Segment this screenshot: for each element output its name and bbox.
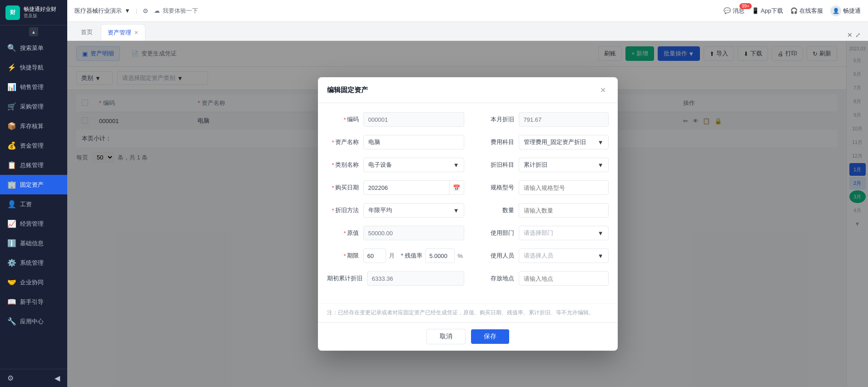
salary-icon: 👤 <box>7 200 15 208</box>
acc-dep-input[interactable] <box>367 271 464 286</box>
sidebar-item-label: 企业协同 <box>20 278 44 287</box>
form-row-location: 存放地点 <box>482 271 609 286</box>
category-select[interactable]: 电子设备 ▼ <box>363 158 464 172</box>
main-content: 医疗器械行业演示 ▼ | ⚙ ☁ 我要体验一下 💬 消息 99+ 📱 App下载… <box>67 0 868 387</box>
sidebar-item-collab[interactable]: 🤝 企业协同 <box>0 273 67 292</box>
app-logo: 财 畅捷通好业财 普及版 <box>0 0 67 25</box>
dep-method-value: 年限平均 <box>368 206 392 214</box>
search-icon: 🔍 <box>7 44 15 52</box>
modal-header: 编辑固定资产 ✕ <box>318 77 618 103</box>
experience-label: 我要体验一下 <box>163 7 198 15</box>
app-download-btn[interactable]: 📱 App下载 <box>752 7 783 15</box>
sidebar-item-label: 资金管理 <box>20 142 44 150</box>
sales-icon: 📊 <box>7 83 15 91</box>
code-input[interactable] <box>363 112 464 127</box>
period-group: 月 * 残值率 % <box>363 248 464 263</box>
calendar-icon[interactable]: 📅 <box>449 180 464 195</box>
sidebar-item-system[interactable]: ⚙️ 系统管理 <box>0 253 67 273</box>
tab-expand-icon[interactable]: ⤢ <box>855 31 861 39</box>
monthly-dep-input[interactable] <box>519 112 609 127</box>
settings-gear-icon[interactable]: ⚙ <box>143 7 149 15</box>
sidebar-item-search[interactable]: 🔍 搜索菜单 <box>0 38 67 58</box>
modal-close-btn[interactable]: ✕ <box>598 84 609 95</box>
sidebar-item-fixed-assets[interactable]: 🏢 固定资产 <box>0 175 67 194</box>
dep-account-label: 折旧科目 <box>482 161 514 169</box>
sidebar-item-label: 快捷导航 <box>20 64 44 72</box>
sidebar-item-newbie[interactable]: 📖 新手引导 <box>0 292 67 312</box>
message-btn[interactable]: 💬 消息 99+ <box>724 7 744 15</box>
tab-close-icon[interactable]: ✕ <box>134 30 139 36</box>
fixed-assets-icon: 🏢 <box>7 180 15 189</box>
sidebar-scroll-up[interactable]: ▲ <box>29 27 38 36</box>
tab-close-window-icon[interactable]: ✕ <box>847 31 853 39</box>
quicknav-icon: ⚡ <box>7 63 15 72</box>
ledger-icon: 📋 <box>7 161 15 169</box>
form-row-dep-method: * 折旧方法 年限平均 ▼ <box>327 203 464 218</box>
sidebar-item-purchase[interactable]: 🛒 采购管理 <box>0 97 67 116</box>
department-placeholder: 请选择部门 <box>524 229 553 237</box>
residual-rate-input[interactable] <box>425 248 455 263</box>
sidebar-item-sales[interactable]: 📊 销售管理 <box>0 77 67 97</box>
name-label: * 资产名称 <box>327 138 359 146</box>
topbar: 医疗器械行业演示 ▼ | ⚙ ☁ 我要体验一下 💬 消息 99+ 📱 App下载… <box>67 0 868 22</box>
app-download-label: App下载 <box>761 7 783 15</box>
tab-asset-management[interactable]: 资产管理 ✕ <box>101 24 145 40</box>
purchase-date-input[interactable] <box>364 181 449 194</box>
form-grid: * 编码 * 资产名称 <box>327 112 609 294</box>
save-button[interactable]: 保存 <box>471 329 509 344</box>
form-row-period: * 期限 月 * 残值率 % <box>327 248 464 263</box>
dep-method-select[interactable]: 年限平均 ▼ <box>363 203 464 218</box>
purchase-date-input-wrap: 📅 <box>363 180 464 195</box>
department-select[interactable]: 请选择部门 ▼ <box>519 226 609 240</box>
spec-label: 规格型号 <box>482 184 514 192</box>
sidebar-item-label: 总账管理 <box>20 161 44 169</box>
location-input[interactable] <box>519 271 609 286</box>
form-row-quantity: 数量 <box>482 203 609 218</box>
sidebar-item-label: 工资 <box>20 200 32 208</box>
expense-account-value: 管理费用_固定资产折旧 <box>524 138 586 146</box>
message-icon: 💬 <box>724 7 731 14</box>
quantity-input[interactable] <box>519 203 609 218</box>
company-selector[interactable]: 医疗器械行业演示 ▼ <box>74 7 130 15</box>
modal-footer: 取消 保存 <box>318 322 618 351</box>
sidebar-item-label: 库存核算 <box>20 122 44 130</box>
dep-account-select[interactable]: 累计折旧 ▼ <box>519 158 609 172</box>
tab-asset-label: 资产管理 <box>108 29 131 37</box>
sidebar-item-operation[interactable]: 📈 经营管理 <box>0 214 67 233</box>
sidebar-item-label: 应用中心 <box>20 318 44 326</box>
sidebar-item-ledger[interactable]: 📋 总账管理 <box>0 155 67 175</box>
basic-info-icon: ℹ️ <box>7 239 15 248</box>
user-btn[interactable]: 👤 畅捷通 <box>830 5 861 16</box>
topbar-separator: | <box>136 8 137 14</box>
period-input[interactable] <box>363 248 386 263</box>
tab-home[interactable]: 首页 <box>74 24 99 40</box>
purchase-date-label: * 购买日期 <box>327 184 359 192</box>
form-row-name: * 资产名称 <box>327 135 464 149</box>
name-input[interactable] <box>363 135 464 149</box>
tab-bar: 首页 资产管理 ✕ ✕ ⤢ <box>67 22 868 41</box>
sidebar-item-basic-info[interactable]: ℹ️ 基础信息 <box>0 233 67 253</box>
settings-icon[interactable]: ⚙ <box>7 374 14 382</box>
purchase-icon: 🛒 <box>7 102 15 111</box>
expense-account-label: 费用科目 <box>482 138 514 146</box>
phone-icon: 📱 <box>752 7 759 14</box>
sidebar-item-appcenter[interactable]: 🔧 应用中心 <box>0 312 67 331</box>
category-chevron-icon: ▼ <box>453 162 459 169</box>
period-label: * 期限 <box>327 252 359 260</box>
online-service-btn[interactable]: 🎧 在线客服 <box>790 7 823 15</box>
user-avatar-icon: 👤 <box>830 5 841 16</box>
form-row-monthly-dep: 本月折旧 <box>482 112 609 127</box>
experience-btn[interactable]: ☁ 我要体验一下 <box>154 7 198 15</box>
quantity-label: 数量 <box>482 206 514 214</box>
expense-account-select[interactable]: 管理费用_固定资产折旧 ▼ <box>519 135 609 149</box>
spec-input[interactable] <box>519 180 609 195</box>
original-value-input[interactable] <box>363 226 464 240</box>
collapse-icon[interactable]: ◀ <box>55 374 60 382</box>
sidebar-item-finance[interactable]: 💰 资金管理 <box>0 136 67 155</box>
sidebar-item-inventory[interactable]: 📦 库存核算 <box>0 116 67 136</box>
cloud-icon: ☁ <box>154 7 160 14</box>
user-select[interactable]: 请选择人员 ▼ <box>519 248 609 263</box>
cancel-button[interactable]: 取消 <box>427 329 466 344</box>
sidebar-item-quicknav[interactable]: ⚡ 快捷导航 <box>0 58 67 77</box>
sidebar-item-salary[interactable]: 👤 工资 <box>0 194 67 214</box>
